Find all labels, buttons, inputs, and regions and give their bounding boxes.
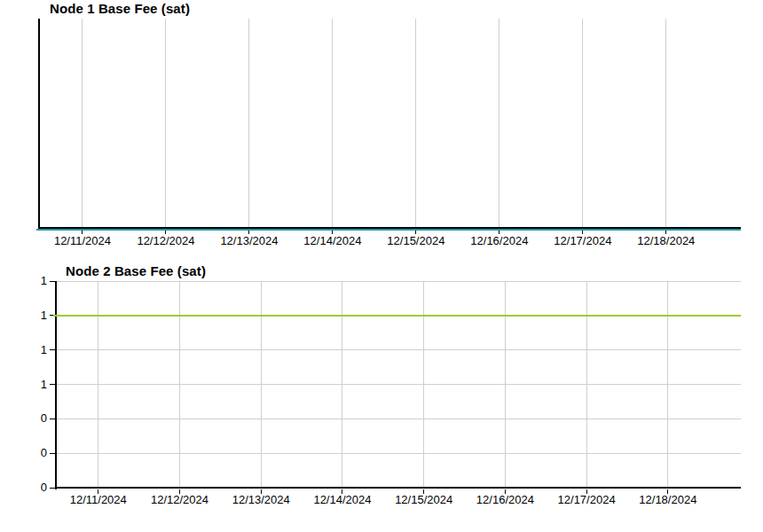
y-tick-label: 0	[0, 481, 47, 494]
base-fee-charts-page: Node 1 Base Fee (sat) 12/11/202412/12/20…	[0, 0, 763, 532]
y-gridline	[55, 349, 741, 350]
y-tick-label: 1	[0, 377, 47, 390]
y-tick-label: 0	[0, 411, 47, 425]
node2-plot-area: 12/11/202412/12/202412/13/202412/14/2024…	[0, 0, 763, 532]
y-gridline	[55, 281, 741, 282]
y-tick-label: 1	[0, 309, 47, 322]
y-axis	[55, 281, 57, 489]
y-gridline	[55, 453, 741, 454]
x-tick-label: 12/14/2024	[313, 493, 371, 506]
series-line-node-2-base-fee-sat-	[53, 315, 741, 317]
y-tick-label: 1	[0, 274, 47, 287]
y-gridline	[55, 384, 741, 385]
y-tick-label: 0	[0, 446, 47, 459]
y-gridline	[55, 419, 741, 419]
x-tick-label: 12/16/2024	[476, 493, 534, 506]
x-tick-label: 12/17/2024	[558, 493, 616, 506]
x-tick-label: 12/11/2024	[70, 493, 127, 506]
x-tick-label: 12/15/2024	[395, 493, 452, 506]
x-axis	[55, 487, 741, 489]
x-tick-label: 12/12/2024	[151, 493, 208, 506]
x-tick-label: 12/18/2024	[639, 493, 696, 506]
x-tick-label: 12/13/2024	[232, 493, 290, 506]
y-tick-label: 1	[0, 342, 47, 356]
